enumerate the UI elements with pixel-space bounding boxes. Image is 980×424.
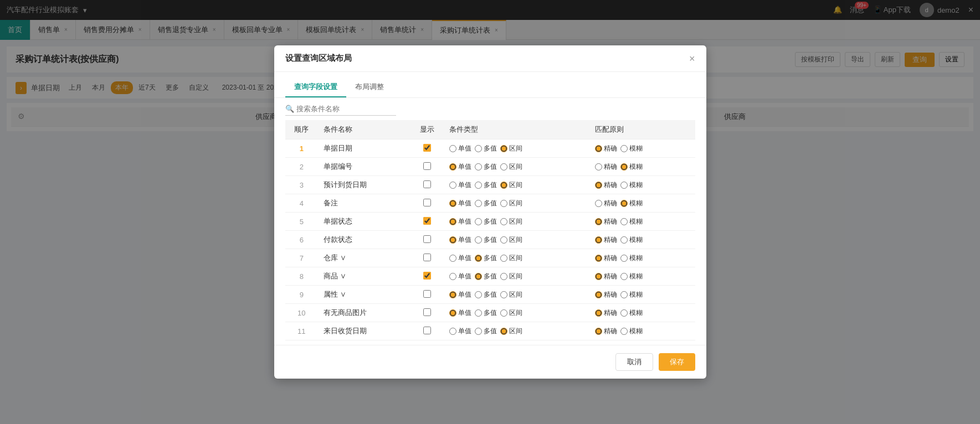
match-option-模糊-5[interactable]: 模糊 [620, 217, 643, 226]
match-radio-模糊-8[interactable] [620, 273, 628, 280]
type-radio-区间-7[interactable] [500, 255, 507, 262]
match-radio-模糊-3[interactable] [620, 182, 628, 189]
type-radio-单值-2[interactable] [449, 163, 456, 170]
display-checkbox-11[interactable] [423, 327, 431, 334]
type-radio-单值-1[interactable] [449, 145, 456, 152]
display-checkbox-1[interactable] [423, 144, 431, 152]
type-option-单值-7[interactable]: 单值 [449, 254, 471, 263]
type-radio-单值-9[interactable] [449, 291, 456, 298]
type-option-区间-4[interactable]: 区间 [500, 199, 522, 208]
display-checkbox-2[interactable] [423, 162, 431, 170]
display-checkbox-6[interactable] [423, 235, 431, 243]
type-option-多值-6[interactable]: 多值 [475, 235, 497, 245]
match-radio-精确-4[interactable] [595, 200, 602, 207]
match-radio-模糊-5[interactable] [620, 218, 628, 225]
match-radio-精确-3[interactable] [595, 182, 602, 189]
match-radio-精确-5[interactable] [595, 218, 602, 225]
type-option-多值-9[interactable]: 多值 [475, 290, 497, 299]
match-radio-模糊-9[interactable] [620, 291, 628, 298]
type-option-多值-8[interactable]: 多值 [475, 272, 497, 281]
match-option-精确-8[interactable]: 精确 [595, 272, 617, 281]
type-option-区间-8[interactable]: 区间 [500, 272, 522, 281]
type-option-多值-5[interactable]: 多值 [475, 217, 497, 226]
match-option-模糊-1[interactable]: 模糊 [620, 144, 643, 153]
match-radio-精确-6[interactable] [595, 236, 602, 244]
type-option-单值-4[interactable]: 单值 [449, 199, 471, 208]
type-radio-多值-4[interactable] [475, 200, 482, 207]
save-button[interactable]: 保存 [659, 353, 695, 371]
type-radio-多值-7[interactable] [475, 255, 482, 262]
type-radio-多值-1[interactable] [475, 145, 482, 152]
type-radio-单值-7[interactable] [449, 255, 456, 262]
type-option-区间-7[interactable]: 区间 [500, 254, 522, 263]
match-option-精确-2[interactable]: 精确 [595, 162, 617, 172]
type-option-多值-7[interactable]: 多值 [475, 254, 497, 263]
display-checkbox-7[interactable] [423, 254, 431, 261]
type-radio-区间-9[interactable] [500, 291, 507, 298]
match-option-精确-11[interactable]: 精确 [595, 327, 617, 336]
match-option-模糊-2[interactable]: 模糊 [620, 162, 643, 172]
type-radio-区间-2[interactable] [500, 163, 507, 170]
match-option-模糊-11[interactable]: 模糊 [620, 327, 643, 336]
type-option-区间-2[interactable]: 区间 [500, 162, 522, 172]
match-radio-模糊-4[interactable] [620, 200, 628, 207]
display-checkbox-9[interactable] [423, 290, 431, 298]
type-option-区间-5[interactable]: 区间 [500, 217, 522, 226]
type-option-单值-10[interactable]: 单值 [449, 308, 471, 318]
type-radio-区间-4[interactable] [500, 200, 507, 207]
modal-close-button[interactable]: × [689, 54, 695, 64]
type-radio-单值-6[interactable] [449, 236, 456, 244]
type-radio-多值-6[interactable] [475, 236, 482, 244]
type-radio-区间-6[interactable] [500, 236, 507, 244]
match-option-精确-7[interactable]: 精确 [595, 254, 617, 263]
type-radio-多值-3[interactable] [475, 182, 482, 189]
type-radio-单值-11[interactable] [449, 328, 456, 335]
match-radio-精确-9[interactable] [595, 291, 602, 298]
type-radio-多值-9[interactable] [475, 291, 482, 298]
type-option-多值-3[interactable]: 多值 [475, 180, 497, 190]
type-option-单值-9[interactable]: 单值 [449, 290, 471, 299]
search-input[interactable] [296, 105, 391, 113]
type-radio-区间-11[interactable] [500, 328, 507, 335]
match-option-模糊-10[interactable]: 模糊 [620, 308, 643, 318]
type-option-单值-1[interactable]: 单值 [449, 144, 471, 153]
match-option-精确-6[interactable]: 精确 [595, 235, 617, 245]
type-option-多值-10[interactable]: 多值 [475, 308, 497, 318]
match-option-精确-5[interactable]: 精确 [595, 217, 617, 226]
type-option-单值-11[interactable]: 单值 [449, 327, 471, 336]
match-option-精确-10[interactable]: 精确 [595, 308, 617, 318]
match-radio-精确-11[interactable] [595, 328, 602, 335]
match-radio-模糊-2[interactable] [620, 163, 628, 170]
type-option-多值-2[interactable]: 多值 [475, 162, 497, 172]
display-checkbox-5[interactable] [423, 217, 431, 225]
modal-tab-layout[interactable]: 布局调整 [346, 77, 393, 97]
type-option-区间-9[interactable]: 区间 [500, 290, 522, 299]
type-option-单值-6[interactable]: 单值 [449, 235, 471, 245]
type-option-单值-5[interactable]: 单值 [449, 217, 471, 226]
match-radio-模糊-7[interactable] [620, 255, 628, 262]
type-option-多值-11[interactable]: 多值 [475, 327, 497, 336]
type-radio-单值-10[interactable] [449, 309, 456, 317]
match-option-精确-3[interactable]: 精确 [595, 180, 617, 190]
type-radio-区间-5[interactable] [500, 218, 507, 225]
type-option-区间-3[interactable]: 区间 [500, 180, 522, 190]
match-radio-模糊-1[interactable] [620, 145, 628, 152]
match-radio-精确-7[interactable] [595, 255, 602, 262]
match-radio-模糊-6[interactable] [620, 236, 628, 244]
match-option-模糊-8[interactable]: 模糊 [620, 272, 643, 281]
type-radio-单值-8[interactable] [449, 273, 456, 280]
display-checkbox-8[interactable] [423, 272, 431, 280]
match-radio-精确-1[interactable] [595, 145, 602, 152]
type-radio-多值-2[interactable] [475, 163, 482, 170]
match-radio-模糊-11[interactable] [620, 328, 628, 335]
match-option-精确-4[interactable]: 精确 [595, 199, 617, 208]
display-checkbox-10[interactable] [423, 308, 431, 316]
type-option-区间-6[interactable]: 区间 [500, 235, 522, 245]
type-radio-区间-1[interactable] [500, 145, 507, 152]
type-radio-多值-11[interactable] [475, 328, 482, 335]
type-radio-单值-3[interactable] [449, 182, 456, 189]
cancel-button[interactable]: 取消 [615, 353, 653, 371]
match-option-精确-9[interactable]: 精确 [595, 290, 617, 299]
match-radio-精确-8[interactable] [595, 273, 602, 280]
match-option-模糊-9[interactable]: 模糊 [620, 290, 643, 299]
